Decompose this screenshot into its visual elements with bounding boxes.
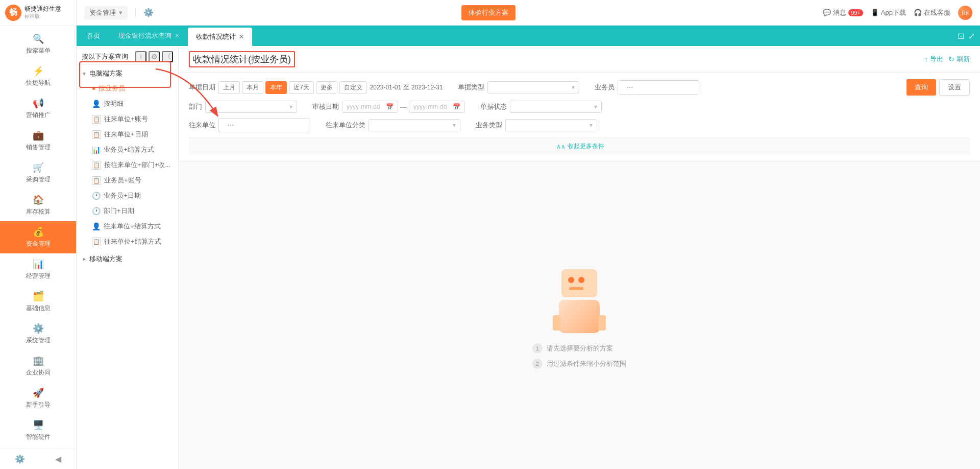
unit-settle2-icon: 📋 (92, 238, 101, 246)
service-label: 在线客服 (924, 8, 950, 17)
date-btn-custom[interactable]: 自定义 (339, 81, 367, 94)
date-btn-more[interactable]: 更多 (316, 81, 337, 94)
robot-head (561, 269, 597, 297)
scheme-item-by-staff-label: 按业务员 (99, 84, 125, 93)
search-icon: 🔍 (33, 33, 44, 44)
staff-select[interactable]: ··· (618, 80, 699, 95)
sidebar-item-quick[interactable]: ⚡ 快捷导航 (0, 60, 76, 92)
sidebar-item-system[interactable]: ⚙️ 系统管理 (0, 318, 76, 350)
dept-select[interactable]: ▾ (205, 101, 297, 113)
tab-home[interactable]: 首页 (77, 26, 110, 46)
partner-select[interactable]: ··· (218, 118, 310, 132)
sidebar-label-marketing: 营销推广 (26, 111, 51, 120)
date-btn-this-year[interactable]: 本年 (265, 81, 287, 94)
scheme-item-staff-date[interactable]: 🕐 业务员+日期 (77, 188, 178, 203)
sidebar-item-inventory[interactable]: 🏠 库存核算 (0, 189, 76, 221)
business-type-select[interactable]: ▾ (505, 119, 597, 131)
sidebar-label-quick: 快捷导航 (26, 79, 51, 87)
sidebar: 畅 畅捷通好生意 标准版 🔍 搜索菜单 ⚡ 快捷导航 📢 营销推广 💼 销售管理… (0, 0, 77, 469)
audit-date-end[interactable]: yyyy-mm-dd 📅 (409, 101, 465, 113)
scheme-group-mobile: ▼ 移动端方案 (77, 252, 178, 266)
collapse-row[interactable]: ∧∧ 收起更多条件 (189, 137, 970, 155)
export-icon: ↑ (924, 55, 928, 63)
scheme-group-desktop-label: 电脑端方案 (89, 69, 122, 78)
scheme-item-by-staff[interactable]: ● 按业务员 (77, 81, 178, 96)
tab-bank-close-icon[interactable]: ✕ (175, 32, 180, 39)
filter-settings-btn[interactable]: 设置 (939, 79, 970, 96)
tab-expand-icon[interactable]: ⤢ (968, 31, 975, 41)
sidebar-item-guide[interactable]: 🚀 新手引导 (0, 382, 76, 414)
scheme-item-unit-account[interactable]: 📋 往来单位+账号 (77, 111, 178, 127)
scheme-item-dept-date[interactable]: 🕐 部门+日期 (77, 203, 178, 219)
sidebar-item-basic[interactable]: 🗂️ 基础信息 (0, 286, 76, 318)
topbar-divider (135, 8, 136, 18)
date-btn-this-month[interactable]: 本月 (242, 81, 263, 94)
scheme-item-unit-dept-recv[interactable]: 📋 按往来单位+部门+收... (77, 157, 178, 173)
sidebar-item-search[interactable]: 🔍 搜索菜单 (0, 28, 76, 60)
sidebar-item-marketing[interactable]: 📢 营销推广 (0, 92, 76, 125)
sidebar-label-inventory: 库存核算 (26, 207, 51, 216)
app-download-btn[interactable]: 📱 App下载 (871, 8, 906, 17)
scheme-btn[interactable]: 体验行业方案 (461, 5, 516, 20)
scheme-item-unit-settle1[interactable]: 👤 往来单位+结算方式 (77, 219, 178, 234)
filter-row-3: 往来单位 ··· 往来单位分类 ▾ 业务类型 (189, 118, 970, 132)
export-btn[interactable]: ↑ 导出 (924, 55, 943, 64)
step-1: 1 请先选择要分析的方案 (532, 343, 626, 354)
staff-more-btn[interactable]: ··· (624, 83, 635, 92)
tab-bank[interactable]: 现金银行流水查询 ✕ (110, 26, 188, 46)
message-btn[interactable]: 💬 消息 99+ (823, 8, 863, 17)
gear-icon[interactable]: ⚙️ (143, 8, 154, 17)
sidebar-item-corp[interactable]: 🏢 企业协同 (0, 350, 76, 382)
scheme-item-by-detail-label: 按明细 (104, 99, 124, 108)
scheme-item-staff-settle[interactable]: 📊 业务员+结算方式 (77, 142, 178, 157)
sidebar-item-purchase[interactable]: 🛒 采购管理 (0, 157, 76, 189)
page-title-group: 收款情况统计(按业务员) (189, 51, 295, 67)
tab-minimize-icon[interactable]: ⊡ (958, 31, 964, 41)
scheme-group-desktop-header[interactable]: ▼ 电脑端方案 (77, 66, 178, 81)
sidebar-item-operation[interactable]: 📊 经营管理 (0, 253, 76, 286)
user-avatar[interactable]: Rit (958, 6, 972, 20)
sidebar-item-hardware[interactable]: 🖥️ 智能硬件 (0, 414, 76, 447)
sidebar-item-finance[interactable]: 💰 资金管理 (0, 221, 76, 253)
tab-receipt-close-icon[interactable]: ✕ (239, 33, 244, 40)
partner-more-btn[interactable]: ··· (225, 121, 236, 130)
voucher-status-select[interactable]: ▾ (510, 101, 602, 113)
scheme-item-staff-settle-label: 业务员+结算方式 (104, 145, 154, 154)
voucher-type-select[interactable]: ▾ (487, 81, 579, 93)
scheme-item-by-detail[interactable]: 👤 按明细 (77, 96, 178, 111)
sidebar-bottom: ⚙️ ◀ (0, 449, 76, 469)
scheme-item-unit-date[interactable]: 📋 往来单位+日期 (77, 127, 178, 142)
filter-row-2: 部门 ▾ 审核日期 yyyy-mm-dd 📅 (189, 101, 970, 113)
hardware-icon: 🖥️ (33, 419, 44, 431)
collapse-panel-btn[interactable]: 《 (162, 51, 173, 62)
staff-filter: 业务员 ··· (595, 80, 699, 95)
left-panel-title: 按以下方案查询 (82, 52, 128, 61)
service-btn[interactable]: 🎧 在线客服 (914, 8, 950, 17)
date-btn-last7days[interactable]: 近7天 (289, 81, 314, 94)
scheme-item-staff-account[interactable]: 📋 业务员+账号 (77, 173, 178, 188)
scheme-settings-btn[interactable]: ⚙ (149, 51, 160, 62)
sidebar-label-basic: 基础信息 (26, 304, 51, 313)
date-btn-last-month[interactable]: 上月 (218, 81, 240, 94)
add-scheme-btn[interactable]: + (135, 51, 146, 62)
bottom-collapse-icon[interactable]: ◀ (55, 454, 61, 464)
audit-date-start[interactable]: yyyy-mm-dd 📅 (342, 101, 398, 113)
refresh-btn[interactable]: ↻ 刷新 (948, 55, 970, 64)
step-2-text: 用过滤条件来缩小分析范围 (547, 359, 626, 368)
robot-illustration (544, 262, 615, 333)
mobile-expand-arrow-icon: ▼ (81, 256, 87, 262)
scheme-group-mobile-label: 移动端方案 (89, 254, 122, 264)
tab-receipt[interactable]: 收款情况统计 ✕ (188, 28, 252, 46)
page-title-text: 收款情况统计 (193, 54, 248, 64)
sidebar-label-system: 系统管理 (26, 336, 51, 345)
partner-category-select[interactable]: ▾ (369, 119, 460, 131)
sidebar-item-sales[interactable]: 💼 销售管理 (0, 125, 76, 157)
scheme-group-mobile-header[interactable]: ▼ 移动端方案 (77, 252, 178, 266)
bottom-settings-icon[interactable]: ⚙️ (15, 454, 25, 464)
robot-arm-left (553, 315, 560, 331)
unit-date-icon: 📋 (92, 130, 101, 139)
scheme-item-unit-account-label: 往来单位+账号 (104, 114, 148, 124)
scheme-item-unit-settle2[interactable]: 📋 往来单位+结算方式 (77, 234, 178, 249)
business-type-dropdown-icon: ▾ (590, 122, 593, 129)
query-btn[interactable]: 查询 (906, 79, 936, 96)
